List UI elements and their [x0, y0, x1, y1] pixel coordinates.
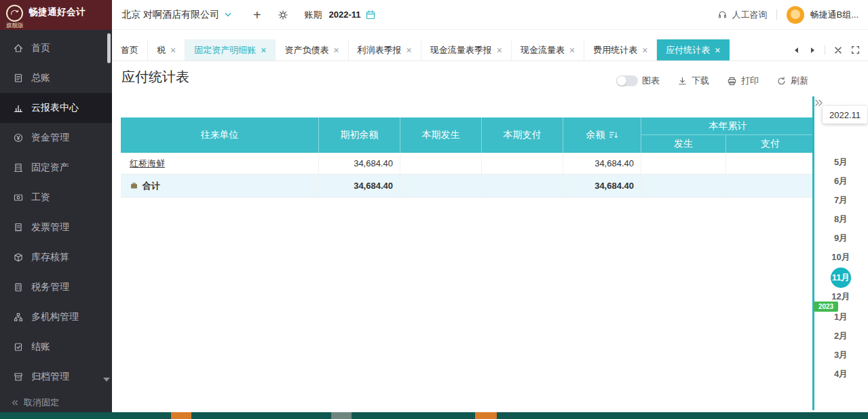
column-header-ytd-paid: 支付: [726, 135, 814, 153]
period-value[interactable]: 2022-11: [329, 10, 361, 20]
tab-label: 现金流量表: [521, 44, 565, 56]
taskbar-item[interactable]: [171, 412, 191, 419]
close-icon[interactable]: ×: [261, 45, 266, 55]
month-item-july[interactable]: 7月: [817, 194, 865, 206]
app-logo: 畅捷通好会计 旗舰版: [0, 0, 112, 30]
avatar[interactable]: [787, 6, 804, 24]
tab-cashflow[interactable]: 现金流量表 ×: [512, 39, 584, 60]
close-icon[interactable]: ×: [715, 45, 720, 55]
sidebar-item-label: 结账: [31, 341, 50, 353]
sidebar-scroll-down-icon[interactable]: [103, 378, 110, 382]
close-all-tabs-icon[interactable]: [834, 46, 842, 54]
month-item-april[interactable]: 4月: [817, 368, 865, 380]
sidebar-item-archive[interactable]: 归档管理: [0, 362, 112, 392]
taskbar-item[interactable]: [331, 412, 352, 419]
tab-cashflow-quarterly[interactable]: 现金流量表季报 ×: [421, 39, 512, 60]
total-label: 合计: [143, 180, 160, 192]
sidebar-item-salary[interactable]: 工资: [0, 183, 112, 213]
consult-label: 人工咨询: [732, 9, 767, 21]
add-account-set-button[interactable]: +: [253, 8, 261, 22]
sidebar-item-label: 税务管理: [31, 281, 69, 293]
gear-icon[interactable]: [278, 10, 288, 20]
download-button[interactable]: 下载: [677, 75, 709, 87]
sort-descending-icon[interactable]: [609, 131, 618, 139]
date-panel-divider: [812, 96, 814, 410]
salary-icon: [13, 192, 24, 203]
tab-label: 固定资产明细账: [194, 44, 256, 56]
tab-label: 税: [157, 44, 166, 56]
download-label: 下载: [692, 75, 709, 87]
table-total-row: 合计 34,684.40 34,684.40: [121, 175, 814, 198]
archive-icon: [13, 371, 24, 382]
refresh-button[interactable]: 刷新: [776, 75, 808, 87]
close-icon[interactable]: ×: [333, 45, 339, 55]
download-icon: [677, 76, 687, 86]
logo-icon: [6, 5, 23, 22]
print-button[interactable]: 打印: [727, 75, 759, 87]
current-period-box[interactable]: 2022.11: [823, 106, 867, 124]
sidebar-item-multi-org[interactable]: 多机构管理: [0, 302, 112, 332]
company-selector[interactable]: 北京 对啊酒店有限公司: [121, 9, 231, 21]
close-icon[interactable]: ×: [569, 45, 575, 55]
close-icon[interactable]: ×: [497, 45, 502, 55]
sidebar-item-label: 发票管理: [31, 221, 69, 234]
calendar-icon[interactable]: [365, 10, 376, 20]
column-header-balance[interactable]: 余额: [563, 117, 641, 153]
user-name[interactable]: 畅捷通B组...: [810, 9, 858, 21]
sidebar-item-closing[interactable]: 结账: [0, 332, 112, 362]
print-label: 打印: [741, 75, 759, 87]
sidebar-scrollbar-thumb[interactable]: [107, 33, 111, 63]
year-badge: 2023: [814, 302, 838, 312]
tab-home[interactable]: 首页: [112, 39, 148, 60]
taskbar-item[interactable]: [475, 412, 497, 419]
close-icon[interactable]: ×: [642, 45, 647, 55]
cell-ytd-paid: [726, 153, 814, 174]
month-item-october[interactable]: 10月: [817, 251, 865, 263]
month-item-march[interactable]: 3月: [817, 349, 865, 361]
sidebar-item-home[interactable]: 首页: [0, 33, 112, 63]
month-item-february[interactable]: 2月: [817, 330, 865, 342]
column-header-current-incurred: 本期发生: [400, 117, 482, 153]
tab-scroll-left-button[interactable]: [793, 47, 800, 54]
tab-balance-sheet[interactable]: 资产负债表 ×: [276, 39, 348, 60]
sidebar-item-funds[interactable]: 资金管理: [0, 123, 112, 153]
chart-toggle[interactable]: 图表: [616, 75, 660, 87]
tab-fixed-asset-detail-ledger[interactable]: 固定资产明细账 ×: [185, 39, 276, 60]
sidebar-item-label: 多机构管理: [31, 311, 79, 323]
sidebar-item-label: 工资: [31, 192, 50, 204]
consult-button[interactable]: 人工咨询: [717, 9, 767, 21]
month-item-august[interactable]: 8月: [817, 213, 865, 225]
month-item-january[interactable]: 1月: [817, 311, 865, 323]
inventory-icon: [13, 252, 24, 263]
cell-current-paid: [482, 153, 563, 174]
divider: [776, 10, 777, 20]
partner-link[interactable]: 红桥海鲜: [130, 158, 165, 170]
tab-income-statement-quarterly[interactable]: 利润表季报 ×: [349, 39, 421, 60]
column-header-opening-balance: 期初余额: [319, 117, 400, 153]
sidebar-item-general-ledger[interactable]: 总账: [0, 63, 112, 93]
month-item-may[interactable]: 5月: [817, 156, 865, 168]
fullscreen-icon[interactable]: [851, 45, 860, 54]
tab-tax[interactable]: 税 ×: [148, 39, 185, 60]
month-item-june[interactable]: 6月: [817, 175, 865, 187]
toggle-switch[interactable]: [616, 75, 638, 86]
table-header: 往来单位 期初余额 本期发生 本期支付 余额 本年累计 发生 支付: [121, 117, 814, 153]
close-icon[interactable]: ×: [407, 45, 412, 55]
refresh-icon: [776, 76, 787, 86]
unpin-sidebar-button[interactable]: 取消固定: [0, 393, 112, 412]
sidebar-item-report-center[interactable]: 云报表中心: [0, 93, 112, 123]
sidebar-item-invoice[interactable]: 发票管理: [0, 213, 112, 242]
tab-payable-statistics[interactable]: 应付统计表 ×: [657, 39, 729, 60]
collapse-date-panel-icon[interactable]: [814, 98, 823, 107]
app-title: 畅捷通好会计: [29, 6, 86, 18]
sidebar-item-tax[interactable]: 税务管理: [0, 272, 112, 302]
tab-expense-statistics[interactable]: 费用统计表 ×: [584, 39, 657, 60]
month-item-september[interactable]: 9月: [817, 232, 865, 244]
sidebar-item-inventory[interactable]: 库存核算: [0, 242, 112, 272]
close-icon[interactable]: ×: [170, 45, 176, 55]
sidebar-item-fixed-assets[interactable]: 固定资产: [0, 153, 112, 183]
month-item-november-active[interactable]: 11月: [831, 268, 851, 288]
tab-scroll-right-button[interactable]: [809, 47, 816, 54]
column-header-ytd-incurred: 发生: [641, 135, 726, 153]
total-opening-balance: 34,684.40: [319, 175, 400, 197]
